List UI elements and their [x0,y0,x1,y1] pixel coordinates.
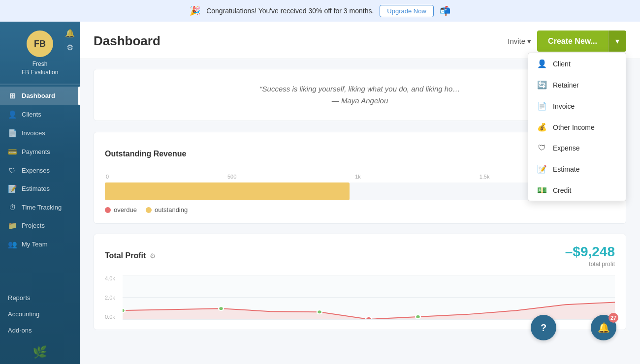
create-new-button[interactable]: Create New... [537,30,608,52]
profile-name: Fresh FB Evaluation [22,60,59,77]
create-new-container: Create New... ▾ 👤 Client 🔄 Retainer [537,30,626,52]
profit-amount-label: total profit [565,261,615,268]
banner-message: Congratulations! You've received 30% off… [206,7,374,15]
dropdown-item-other-income[interactable]: 💰 Other Income [528,117,626,138]
sidebar-item-reports[interactable]: Reports [0,290,80,306]
sidebar-item-my-team[interactable]: 👥 My Team [0,235,80,254]
sidebar-bottom: Reports Accounting Add-ons [0,286,80,340]
content-header: Dashboard Invite ▾ Create New... ▾ 👤 C [80,22,640,59]
promo-icon: 🎉 [190,5,200,16]
sidebar-profile: 🔔 ⚙ FB Fresh FB Evaluation [0,22,80,84]
create-new-dropdown-button[interactable]: ▾ [608,30,626,52]
sidebar-item-time-tracking[interactable]: ⏱ Time Tracking [0,198,80,216]
sidebar-item-projects[interactable]: 📁 Projects [0,216,80,235]
help-icon: ? [541,322,546,334]
credit-icon: 💵 [537,185,547,195]
other-income-icon: 💰 [537,122,547,132]
dropdown-item-estimate[interactable]: 📝 Estimate [528,158,626,180]
sidebar-item-expenses[interactable]: 🛡 Expenses [0,161,80,180]
sidebar-item-clients[interactable]: 👤 Clients [0,105,80,124]
sidebar-item-label: Invoices [22,129,45,137]
avatar: FB [27,30,53,57]
sidebar-item-estimates[interactable]: 📝 Estimates [0,180,80,198]
legend-overdue: overdue [105,206,137,213]
create-new-dropdown: 👤 Client 🔄 Retainer 📄 Invoice 💰 [528,53,626,201]
dropdown-item-expense[interactable]: 🛡 Expense [528,138,626,158]
retainer-icon: 🔄 [537,80,547,90]
estimate-icon: 📝 [537,164,547,174]
dropdown-item-client[interactable]: 👤 Client [528,53,626,74]
profit-y-labels: 4.0k 2.0k 0.0k [105,275,115,320]
svg-point-7 [416,315,420,319]
svg-point-6 [317,310,322,314]
total-profit-title: Total Profit [105,251,146,260]
notification-bell-icon: 🔔 [598,322,610,334]
outstanding-label: outstanding [155,206,188,213]
expense-icon: 🛡 [537,144,547,152]
sidebar-top-icons: 🔔 ⚙ [65,29,75,52]
overdue-label: overdue [114,206,137,213]
dropdown-item-retainer[interactable]: 🔄 Retainer [528,74,626,95]
svg-point-8 [366,317,372,319]
bar-outstanding [105,182,350,200]
projects-icon: 📁 [8,221,17,230]
dropdown-item-credit[interactable]: 💵 Credit [528,180,626,201]
dropdown-item-label: Client [553,60,571,68]
outstanding-dot [146,207,152,213]
sidebar-item-add-ons[interactable]: Add-ons [0,322,80,338]
sidebar-item-label: Estimates [22,185,50,192]
sidebar: 🔔 ⚙ FB Fresh FB Evaluation ⊞ Dashboard 👤… [0,22,80,364]
profit-line-svg [123,275,615,319]
sidebar-item-invoices[interactable]: 📄 Invoices [0,124,80,143]
my-team-icon: 👥 [8,240,17,249]
chevron-down-icon: ▾ [527,37,531,46]
svg-point-5 [219,306,224,310]
upgrade-button[interactable]: Upgrade Now [380,5,434,17]
invite-button[interactable]: Invite ▾ [508,37,531,46]
sidebar-item-label: Time Tracking [22,204,62,211]
content-area: Dashboard Invite ▾ Create New... ▾ 👤 C [80,22,640,364]
profit-chart-inner [123,275,615,320]
help-button[interactable]: ? [531,315,556,340]
estimates-icon: 📝 [8,184,17,193]
chart-legend: overdue outstanding [105,206,615,213]
notification-button[interactable]: 🔔 27 [591,315,616,340]
main-layout: 🔔 ⚙ FB Fresh FB Evaluation ⊞ Dashboard 👤… [0,22,640,364]
leaf-icon: 🌿 [32,345,47,359]
dropdown-item-label: Credit [553,186,571,194]
time-tracking-icon: ⏱ [8,203,17,212]
dropdown-item-invoice[interactable]: 📄 Invoice [528,95,626,117]
filter-icon[interactable]: ⚙ [150,252,156,260]
sidebar-item-label: Projects [22,222,45,229]
gear-icon[interactable]: ⚙ [65,43,75,52]
sidebar-item-label: Payments [22,148,50,155]
svg-point-4 [123,308,125,312]
dropdown-item-label: Estimate [553,165,579,173]
sidebar-item-label: My Team [22,241,48,248]
profit-amount-value: –$9,248 [565,244,615,260]
profit-title-row: Total Profit ⚙ [105,251,156,260]
sidebar-item-dashboard[interactable]: ⊞ Dashboard [0,87,80,105]
mailbox-icon: 📬 [440,5,450,16]
sidebar-item-label: Expenses [22,167,50,174]
sidebar-item-accounting[interactable]: Accounting [0,306,80,322]
overdue-dot [105,207,111,213]
payments-icon: 💳 [8,148,17,156]
dropdown-item-label: Invoice [553,102,575,110]
chevron-down-icon: ▾ [615,37,619,45]
legend-outstanding: outstanding [146,206,188,213]
sidebar-item-label: Clients [22,111,41,118]
promo-banner: 🎉 Congratulations! You've received 30% o… [0,0,640,22]
sidebar-nav: ⊞ Dashboard 👤 Clients 📄 Invoices 💳 Payme… [0,87,80,286]
page-title: Dashboard [94,33,160,49]
expenses-icon: 🛡 [8,166,17,175]
sidebar-divider [0,84,80,85]
sidebar-item-label: Dashboard [22,92,55,99]
sidebar-item-payments[interactable]: 💳 Payments [0,143,80,161]
client-icon: 👤 [537,59,547,68]
profit-chart: 4.0k 2.0k 0.0k [105,275,615,320]
dropdown-item-label: Expense [553,144,579,152]
bell-icon[interactable]: 🔔 [65,29,75,38]
total-profit-header: Total Profit ⚙ –$9,248 total profit [105,244,615,268]
dropdown-item-label: Retainer [553,81,579,89]
